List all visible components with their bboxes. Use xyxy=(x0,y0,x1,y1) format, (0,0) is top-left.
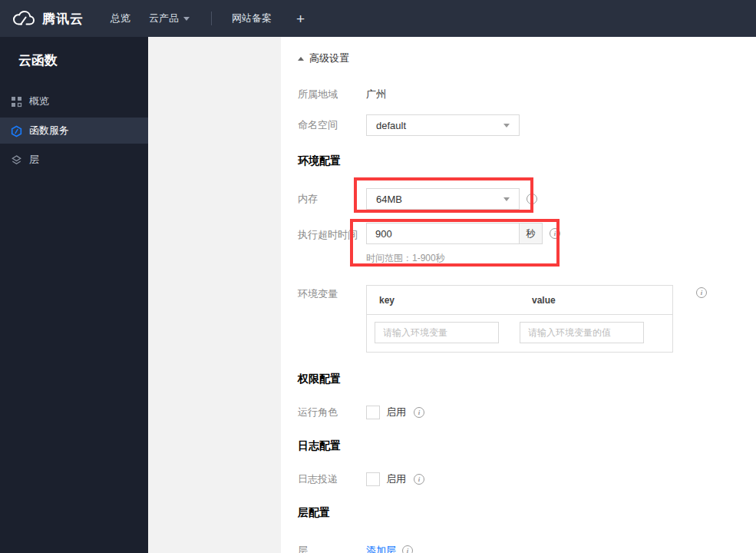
timeout-label: 执行超时时间 xyxy=(298,223,366,242)
env-value-header: value xyxy=(520,286,672,314)
chevron-down-icon xyxy=(503,124,510,127)
nav-products[interactable]: 云产品 xyxy=(149,12,190,25)
section-env-config: 环境配置 xyxy=(298,154,741,168)
namespace-label: 命名空间 xyxy=(298,118,366,132)
region-label: 所属地域 xyxy=(298,88,366,101)
env-vars-info-icon[interactable]: i xyxy=(696,287,707,298)
topbar-nav: 总览 云产品 网站备案 + xyxy=(111,12,305,26)
memory-info-icon[interactable]: i xyxy=(527,194,537,204)
chevron-down-icon xyxy=(503,197,510,201)
section-layer-config: 层配置 xyxy=(298,506,741,520)
chevron-down-icon xyxy=(183,17,190,21)
timeout-info-icon[interactable]: i xyxy=(550,228,560,239)
log-delivery-info-icon[interactable]: i xyxy=(414,474,424,485)
env-key-cell xyxy=(375,322,520,343)
run-role-row: 运行角色 启用 i xyxy=(298,406,741,419)
sidebar-item-label: 概览 xyxy=(29,94,49,108)
env-value-input[interactable] xyxy=(520,322,644,343)
log-delivery-row: 日志投递 启用 i xyxy=(298,472,741,486)
env-vars-table: key value xyxy=(366,285,673,353)
namespace-select[interactable]: default xyxy=(366,114,520,136)
timeout-row: 执行超时时间 秒 i 时间范围：1-900秒 xyxy=(298,223,741,265)
advanced-settings-toggle[interactable]: 高级设置 xyxy=(298,51,741,65)
run-role-checkbox[interactable] xyxy=(366,406,380,419)
sidebar-item-function-service[interactable]: 函数服务 xyxy=(0,118,148,144)
memory-control: 64MB i xyxy=(366,188,537,210)
log-delivery-checkbox[interactable] xyxy=(366,472,380,486)
collapse-arrow-icon xyxy=(298,57,304,61)
region-value: 广州 xyxy=(366,88,386,101)
nav-divider xyxy=(211,12,212,25)
sidebar-item-label: 函数服务 xyxy=(29,124,69,137)
memory-label: 内存 xyxy=(298,192,366,206)
add-tab-button[interactable]: + xyxy=(296,12,305,26)
grid-icon xyxy=(11,96,22,108)
timeout-unit: 秒 xyxy=(520,223,543,244)
nav-overview[interactable]: 总览 xyxy=(111,12,130,25)
namespace-row: 命名空间 default xyxy=(298,114,741,136)
brand-name: 腾讯云 xyxy=(42,10,84,28)
section-permission-config: 权限配置 xyxy=(298,373,741,386)
layer-row: 层 添加层 i xyxy=(298,544,741,553)
sidebar-title: 云函数 xyxy=(0,37,148,69)
namespace-selected-value: default xyxy=(376,120,406,131)
section-log-config: 日志配置 xyxy=(298,439,741,453)
sidebar-nav: 概览 函数服务 层 xyxy=(0,88,148,173)
env-vars-input-row xyxy=(367,315,672,352)
env-key-input[interactable] xyxy=(375,322,499,343)
run-role-enable-label: 启用 xyxy=(386,406,406,419)
layers-icon xyxy=(11,154,22,166)
timeout-input[interactable] xyxy=(366,223,520,244)
run-role-label: 运行角色 xyxy=(298,406,366,419)
function-hexagon-icon xyxy=(11,125,22,137)
add-layer-link[interactable]: 添加层 xyxy=(366,544,396,553)
layer-label: 层 xyxy=(298,544,366,553)
topbar: 腾讯云 总览 云产品 网站备案 + xyxy=(0,0,756,37)
region-row: 所属地域 广州 xyxy=(298,88,741,101)
nav-beian[interactable]: 网站备案 xyxy=(232,12,272,25)
memory-select[interactable]: 64MB xyxy=(366,188,520,210)
env-vars-row: 环境变量 key value i xyxy=(298,285,741,353)
sidebar-item-label: 层 xyxy=(29,153,39,167)
env-key-header: key xyxy=(367,286,520,314)
log-delivery-enable-label: 启用 xyxy=(386,472,406,486)
sidebar: 云函数 概览 函数服务 xyxy=(0,37,148,553)
tencent-cloud-logo[interactable]: 腾讯云 xyxy=(11,9,84,28)
log-delivery-label: 日志投递 xyxy=(298,472,366,486)
run-role-info-icon[interactable]: i xyxy=(414,407,424,418)
content-gutter xyxy=(148,37,281,553)
sidebar-item-overview[interactable]: 概览 xyxy=(0,88,148,114)
settings-panel: 高级设置 所属地域 广州 命名空间 default 环境配置 内存 64MB i xyxy=(281,37,756,553)
sidebar-item-layers[interactable]: 层 xyxy=(0,147,148,173)
timeout-control: 秒 i 时间范围：1-900秒 xyxy=(366,223,560,265)
env-value-cell xyxy=(520,322,665,343)
memory-row: 内存 64MB i xyxy=(298,188,741,210)
add-layer-info-icon[interactable]: i xyxy=(402,545,413,553)
memory-selected-value: 64MB xyxy=(376,194,402,205)
cloud-logo-icon xyxy=(11,9,35,28)
timeout-input-group: 秒 xyxy=(366,223,543,244)
advanced-settings-label: 高级设置 xyxy=(309,51,349,65)
env-vars-header: key value xyxy=(367,286,672,315)
timeout-hint: 时间范围：1-900秒 xyxy=(366,252,560,265)
env-vars-label: 环境变量 xyxy=(298,285,366,301)
